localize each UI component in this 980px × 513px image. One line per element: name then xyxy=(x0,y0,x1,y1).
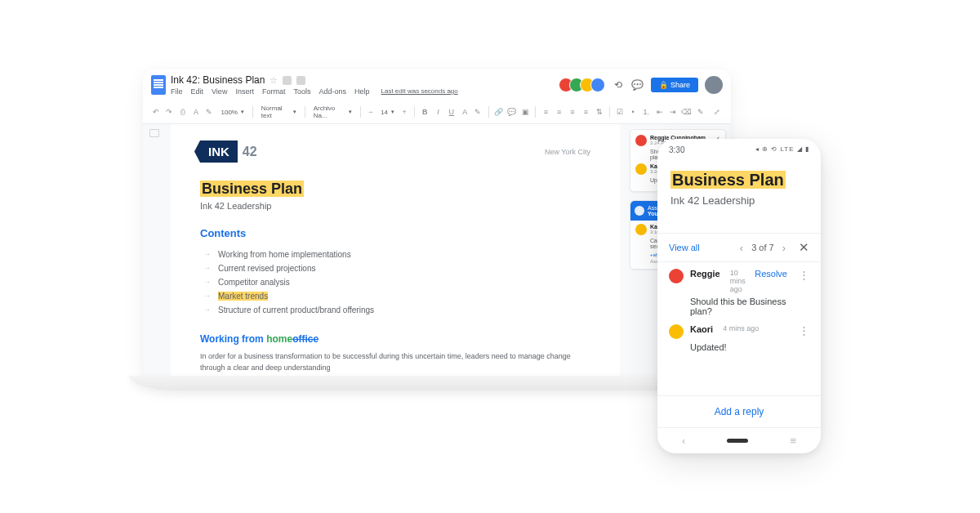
menu-addons[interactable]: Add-ons xyxy=(318,87,346,96)
docs-header: Ink 42: Business Plan ☆ File Edit View I… xyxy=(143,69,731,100)
bullet-list-icon[interactable]: • xyxy=(628,106,638,118)
phone-device: 3:30 ◂ ⊕ ⟲ LTE ◢ ▮ Business Plan Ink 42 … xyxy=(657,139,821,453)
comment-text: Updated! xyxy=(690,342,809,352)
avatar xyxy=(669,324,684,339)
outdent-icon[interactable]: ⇤ xyxy=(655,106,665,118)
undo-icon[interactable]: ↶ xyxy=(151,106,161,118)
phone-doc-content[interactable]: Business Plan Ink 42 Leadership xyxy=(657,161,821,216)
italic-icon[interactable]: I xyxy=(433,106,443,118)
phone-comment[interactable]: Kaori 4 mins ago ⋮ xyxy=(669,324,809,339)
cloud-icon[interactable] xyxy=(296,76,305,85)
checklist-icon[interactable]: ☑ xyxy=(615,106,625,118)
align-right-icon[interactable]: ≡ xyxy=(568,106,577,118)
toc-item[interactable]: Competitor analysis xyxy=(200,275,590,289)
comment-icon[interactable]: 💬 xyxy=(507,106,517,118)
phone-nav-bar: ‹ ≡ xyxy=(657,427,821,453)
outline-panel[interactable] xyxy=(143,124,166,380)
menu-file[interactable]: File xyxy=(171,87,183,96)
share-button[interactable]: 🔒 Share xyxy=(651,78,698,92)
expand-icon[interactable]: ⤢ xyxy=(711,106,723,118)
highlight-icon[interactable]: ✎ xyxy=(473,106,483,118)
home-handle[interactable] xyxy=(727,439,748,443)
comment-author: Reggie xyxy=(690,269,720,279)
section-heading: Working from homeoffice xyxy=(200,333,590,345)
toc-item[interactable]: Market trends xyxy=(200,289,590,303)
toc-item[interactable]: Current revised projections xyxy=(200,261,590,275)
zoom-select[interactable]: 100% xyxy=(217,107,247,118)
doc-title[interactable]: Ink 42: Business Plan xyxy=(171,74,265,86)
close-icon[interactable]: ✕ xyxy=(799,240,809,255)
history-icon[interactable]: ⟲ xyxy=(612,78,625,91)
avatar xyxy=(635,206,644,216)
workspace: INK 42 New York City Business Plan Ink 4… xyxy=(143,124,731,380)
phone-comments-list: Reggie 10 mins ago Resolve ⋮ Should this… xyxy=(657,262,821,395)
outline-icon xyxy=(149,129,159,137)
logo-text: INK xyxy=(200,141,238,163)
spellcheck-icon[interactable]: A xyxy=(191,106,201,118)
link-icon[interactable]: 🔗 xyxy=(493,106,503,118)
avatar xyxy=(669,269,684,283)
line-spacing-icon[interactable]: ⇅ xyxy=(594,106,604,118)
menu-format[interactable]: Format xyxy=(262,87,286,96)
next-icon[interactable]: › xyxy=(782,242,786,254)
font-minus-icon[interactable]: − xyxy=(366,106,376,118)
align-center-icon[interactable]: ≡ xyxy=(555,106,564,118)
align-left-icon[interactable]: ≡ xyxy=(541,106,550,118)
underline-icon[interactable]: U xyxy=(447,106,457,118)
bold-icon[interactable]: B xyxy=(420,106,430,118)
print-icon[interactable]: ⎙ xyxy=(178,106,188,118)
comment-time: 4 mins ago xyxy=(723,324,759,332)
document-page[interactable]: INK 42 New York City Business Plan Ink 4… xyxy=(171,124,620,380)
phone-status-bar: 3:30 ◂ ⊕ ⟲ LTE ◢ ▮ xyxy=(657,139,821,161)
menu-edit[interactable]: Edit xyxy=(191,87,204,96)
phone-comment[interactable]: Reggie 10 mins ago Resolve ⋮ xyxy=(669,269,809,293)
resolve-button[interactable]: Resolve xyxy=(755,269,787,279)
collaborator-avatars[interactable] xyxy=(563,78,605,92)
image-icon[interactable]: ▣ xyxy=(520,106,530,118)
font-select[interactable]: Archivo Na... xyxy=(310,103,355,121)
menu-view[interactable]: View xyxy=(212,87,227,96)
avatar[interactable] xyxy=(590,78,605,92)
laptop-device: Ink 42: Business Plan ☆ File Edit View I… xyxy=(143,69,731,380)
doc-subtitle: Ink 42 Leadership xyxy=(200,201,590,211)
font-size[interactable]: 14 xyxy=(379,107,396,118)
indent-icon[interactable]: ⇥ xyxy=(668,106,678,118)
move-icon[interactable] xyxy=(283,76,292,85)
logo-number: 42 xyxy=(243,145,257,159)
body-text: In order for a business transformation t… xyxy=(200,351,590,373)
comment-nav-bar: View all ‹ 3 of 7 › ✕ xyxy=(657,233,821,262)
comment-time: 10 mins ago xyxy=(730,269,749,293)
menu-tools[interactable]: Tools xyxy=(293,87,310,96)
font-plus-icon[interactable]: + xyxy=(399,106,409,118)
back-icon[interactable]: ‹ xyxy=(682,435,685,447)
phone-h1: Business Plan xyxy=(670,171,786,189)
last-edit-link[interactable]: Last edit was seconds ago xyxy=(381,87,457,96)
view-all-link[interactable]: View all xyxy=(669,243,700,252)
star-icon[interactable]: ☆ xyxy=(270,75,278,86)
status-icons: ◂ ⊕ ⟲ LTE ◢ ▮ xyxy=(755,145,809,154)
user-avatar[interactable] xyxy=(705,76,723,94)
more-icon[interactable]: ⋮ xyxy=(799,269,809,281)
clear-format-icon[interactable]: ⌫ xyxy=(681,106,692,118)
text-color-icon[interactable]: A xyxy=(460,106,470,118)
menu-help[interactable]: Help xyxy=(354,87,370,96)
toolbar: ↶ ↷ ⎙ A ✎ 100% Normal text Archivo Na...… xyxy=(143,100,731,124)
paint-icon[interactable]: ✎ xyxy=(204,106,214,118)
docs-icon[interactable] xyxy=(151,75,166,95)
phone-time: 3:30 xyxy=(669,145,684,154)
number-list-icon[interactable]: 1. xyxy=(641,106,651,118)
more-icon[interactable]: ⋮ xyxy=(799,324,809,337)
menu-insert[interactable]: Insert xyxy=(235,87,254,96)
editing-mode-icon[interactable]: ✎ xyxy=(695,106,706,118)
phone-subtitle: Ink 42 Leadership xyxy=(670,194,808,207)
toc-item[interactable]: Working from home implementations xyxy=(200,248,590,261)
prev-icon[interactable]: ‹ xyxy=(740,242,743,254)
toc-list: Working from home implementations Curren… xyxy=(200,248,590,317)
redo-icon[interactable]: ↷ xyxy=(164,106,174,118)
add-reply-button[interactable]: Add a reply xyxy=(657,395,821,427)
recent-icon[interactable]: ≡ xyxy=(790,435,796,447)
align-justify-icon[interactable]: ≡ xyxy=(581,106,590,118)
style-select[interactable]: Normal text xyxy=(258,103,300,121)
toc-item[interactable]: Structure of current product/brand offer… xyxy=(200,303,590,317)
comments-icon[interactable]: 💬 xyxy=(631,78,644,91)
